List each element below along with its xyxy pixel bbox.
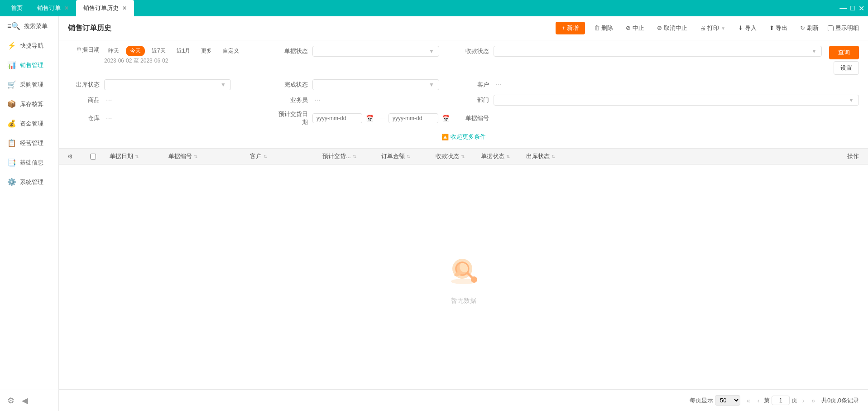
page-title-row: 销售订单历史 + 新增 🗑 删除 ⊘ 中止 ⊘ 取消中止 🖨 打印 ▼ ⬇ 导入…: [68, 22, 859, 34]
sidebar-bottom: ⚙ ◀: [0, 390, 58, 411]
quick-nav-icon: ⚡: [7, 41, 16, 50]
window-close-btn[interactable]: ✕: [858, 4, 864, 13]
total-label: 共0页,0条记录: [821, 396, 859, 405]
minimize-btn[interactable]: —: [839, 4, 847, 12]
content-area: 销售订单历史 + 新增 🗑 删除 ⊘ 中止 ⊘ 取消中止 🖨 打印 ▼ ⬇ 导入…: [59, 16, 868, 411]
order-status-select[interactable]: ▼: [312, 46, 439, 57]
sort-date-icon: ⇅: [135, 154, 139, 159]
sidebar-item-capital[interactable]: 💰 资金管理: [0, 114, 58, 133]
date-btn-7days[interactable]: 近7天: [148, 46, 170, 56]
date-btns: 昨天 今天 近7天 近1月 更多 自定义: [104, 46, 243, 56]
show-detail-checkbox-label[interactable]: 显示明细: [828, 24, 859, 32]
collapse-sidebar-icon[interactable]: ◀: [22, 396, 28, 406]
prev-page-btn[interactable]: ‹: [755, 396, 762, 405]
th-out-status[interactable]: 出库状态 ⇅: [521, 152, 566, 160]
sidebar-item-purchase[interactable]: 🛒 采购管理: [0, 75, 58, 94]
warehouse-dots[interactable]: ···: [106, 114, 112, 122]
first-page-btn[interactable]: «: [744, 396, 753, 405]
order-no-label: 单据编号: [457, 114, 494, 122]
refresh-button[interactable]: ↻ 刷新: [796, 22, 822, 34]
sort-customer-icon: ⇅: [264, 154, 267, 159]
tab-home[interactable]: 首页: [4, 0, 30, 16]
th-customer[interactable]: 客户 ⇅: [245, 152, 317, 160]
maximize-btn[interactable]: □: [850, 4, 855, 12]
payment-status-select[interactable]: ▼: [494, 46, 822, 57]
date-btn-custom[interactable]: 自定义: [219, 46, 243, 56]
page-size-select: 每页显示 10 20 50 100: [690, 395, 740, 406]
customer-control: ···: [494, 81, 859, 89]
sidebar-item-sales[interactable]: 📊 销售管理: [0, 55, 58, 75]
sidebar-item-search[interactable]: ≡🔍 搜索菜单: [0, 16, 58, 36]
date-btn-1month[interactable]: 近1月: [173, 46, 195, 56]
stop-button[interactable]: ⊘ 中止: [622, 22, 648, 34]
cancel-stop-button[interactable]: ⊘ 取消中止: [653, 22, 691, 34]
page-size-dropdown[interactable]: 10 20 50 100: [715, 395, 740, 406]
out-status-control: ▼: [104, 79, 276, 90]
complete-status-label: 完成状态: [276, 81, 312, 89]
date-control: 昨天 今天 近7天 近1月 更多 自定义 2023-06-02 至 2023-0…: [104, 46, 276, 65]
complete-status-select[interactable]: ▼: [312, 79, 439, 90]
collapse-row[interactable]: 🔼 收起更多条件: [68, 131, 859, 143]
toolbar: + 新增 🗑 删除 ⊘ 中止 ⊘ 取消中止 🖨 打印 ▼ ⬇ 导入 ⬆ 导出 ↻…: [556, 22, 859, 34]
settings-icon[interactable]: ⚙: [7, 396, 14, 406]
export-button[interactable]: ⬆ 导出: [766, 22, 791, 34]
inventory-icon: 📦: [7, 100, 16, 108]
delete-button[interactable]: 🗑 删除: [590, 22, 617, 34]
table-area: ⚙ 单据日期 ⇅ 单据编号 ⇅ 客户 ⇅ 预计交货...: [59, 149, 868, 389]
out-status-arrow: ▼: [221, 82, 226, 88]
sidebar-item-base[interactable]: 📑 基础信息: [0, 153, 58, 172]
department-control: ▼: [494, 95, 859, 106]
th-date[interactable]: 单据日期 ⇅: [104, 152, 163, 160]
page-number-input[interactable]: [772, 396, 790, 405]
calendar-end-icon[interactable]: 📅: [442, 115, 450, 122]
page-nav: « ‹ 第 页 › »: [744, 396, 818, 405]
order-status-control: ▼: [312, 46, 457, 57]
close-tab-history[interactable]: ✕: [122, 5, 127, 11]
settings-button[interactable]: 设置: [834, 61, 859, 75]
query-button[interactable]: 查询: [829, 46, 859, 59]
out-status-select[interactable]: ▼: [104, 79, 231, 90]
print-button[interactable]: 🖨 打印 ▼: [696, 22, 729, 34]
salesperson-dots[interactable]: ···: [314, 96, 320, 104]
import-button[interactable]: ⬇ 导入: [734, 22, 760, 34]
th-no[interactable]: 单据编号 ⇅: [163, 152, 245, 160]
th-delivery[interactable]: 预计交货... ⇅: [317, 152, 376, 160]
complete-status-arrow: ▼: [429, 82, 434, 88]
date-btn-today[interactable]: 今天: [126, 46, 145, 56]
top-bar: 首页 销售订单 ✕ 销售订单历史 ✕ — □ ✕: [0, 0, 868, 16]
date-btn-yesterday[interactable]: 昨天: [104, 46, 123, 56]
th-amount[interactable]: 订单金额 ⇅: [376, 152, 430, 160]
sidebar-item-ops[interactable]: 📋 经营管理: [0, 133, 58, 153]
salesperson-control: ···: [312, 96, 457, 104]
tab-sales-order-history[interactable]: 销售订单历史 ✕: [76, 0, 134, 16]
sidebar-item-inventory[interactable]: 📦 库存核算: [0, 94, 58, 114]
sidebar: ≡🔍 搜索菜单 ⚡ 快捷导航 📊 销售管理 🛒 采购管理 📦 库存核算 💰 资金…: [0, 16, 59, 411]
system-icon: ⚙️: [7, 178, 16, 186]
delivery-date-start[interactable]: [312, 113, 362, 123]
last-page-btn[interactable]: »: [809, 396, 818, 405]
calendar-start-icon[interactable]: 📅: [366, 115, 374, 122]
empty-state: 暂无数据: [59, 164, 868, 389]
customer-dots[interactable]: ···: [495, 81, 501, 89]
select-all-checkbox[interactable]: [90, 154, 96, 160]
th-checkbox[interactable]: [82, 154, 104, 160]
next-page-btn[interactable]: ›: [799, 396, 807, 405]
th-settings[interactable]: ⚙: [59, 153, 82, 160]
close-tab-sales-order[interactable]: ✕: [64, 5, 69, 11]
department-select[interactable]: ▼: [494, 95, 859, 106]
tab-sales-order[interactable]: 销售订单 ✕: [30, 0, 76, 16]
new-button[interactable]: + 新增: [556, 22, 585, 34]
order-status-arrow: ▼: [429, 48, 434, 54]
date-btn-more[interactable]: 更多: [197, 46, 216, 56]
customer-label: 客户: [457, 81, 494, 89]
main-layout: ≡🔍 搜索菜单 ⚡ 快捷导航 📊 销售管理 🛒 采购管理 📦 库存核算 💰 资金…: [0, 16, 868, 411]
show-detail-checkbox[interactable]: [828, 25, 834, 31]
capital-icon: 💰: [7, 119, 16, 128]
sidebar-item-system[interactable]: ⚙️ 系统管理: [0, 172, 58, 192]
th-order-status[interactable]: 单据状态 ⇅: [475, 152, 521, 160]
delivery-date-end[interactable]: [388, 113, 438, 123]
goods-dots[interactable]: ···: [106, 96, 112, 104]
sidebar-item-quick-nav[interactable]: ⚡ 快捷导航: [0, 36, 58, 55]
th-pay-status[interactable]: 收款状态 ⇅: [430, 152, 475, 160]
print-dropdown-icon[interactable]: ▼: [721, 26, 725, 31]
